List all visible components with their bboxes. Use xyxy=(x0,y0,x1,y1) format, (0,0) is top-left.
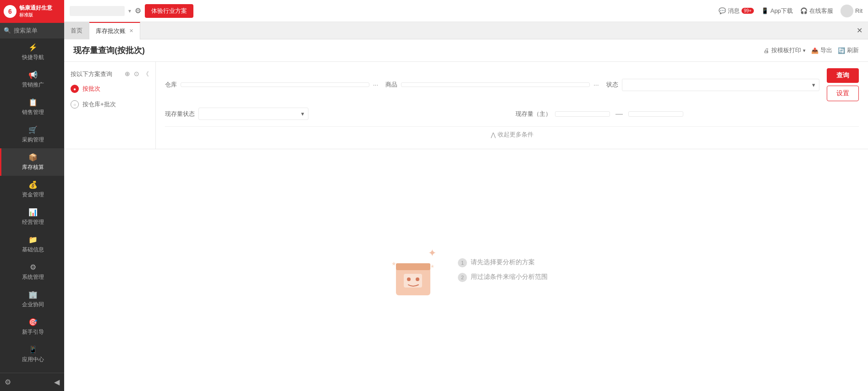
customer-service-label: 在线客服 xyxy=(809,7,833,15)
sidebar-label-sales: 销售管理 xyxy=(22,109,44,116)
sidebar-item-inventory[interactable]: 📦 库存核算 xyxy=(0,148,64,176)
refresh-icon: 🔄 xyxy=(838,47,845,54)
query-button[interactable]: 查询 xyxy=(827,68,859,83)
empty-state: ✦ ★ ★ 1 请先选择要分析的方案 2 用过滤条件来缩小分析范围 xyxy=(64,149,868,391)
sidebar-item-wechat[interactable]: 💬 企业微信 xyxy=(0,368,64,373)
nav-input[interactable] xyxy=(70,6,125,16)
filter-buttons: 查询 设置 xyxy=(827,68,859,101)
refresh-button[interactable]: 🔄 刷新 xyxy=(838,46,859,54)
inventory-status-label: 现存量状态 xyxy=(165,110,195,118)
nav-dropdown-icon[interactable]: ▾ xyxy=(128,8,131,14)
filter-row-1: 仓库 ··· 商品 ··· 状态 xyxy=(165,68,859,101)
status-label: 状态 xyxy=(606,81,618,89)
sidebar-icon-guide: 🎯 xyxy=(28,318,38,326)
topbar: ▾ ⚙ 体验行业方案 💬 消息 99+ 📱 App下载 🎧 在线客服 Rit xyxy=(64,0,868,22)
app-name: 畅康通好生意 xyxy=(19,5,52,12)
print-dropdown-icon[interactable]: ▾ xyxy=(803,48,806,54)
user-avatar[interactable]: Rit xyxy=(841,5,863,17)
sidebar-search[interactable]: 🔍 搜索菜单 xyxy=(0,23,64,38)
sidebar-item-purchase[interactable]: 🛒 采购管理 xyxy=(0,121,64,148)
sidebar-item-guide[interactable]: 🎯 新手引导 xyxy=(0,313,64,341)
tip-number-1: 1 xyxy=(458,258,467,267)
add-filter-icon[interactable]: ⊕ xyxy=(125,70,130,78)
product-label: 商品 xyxy=(385,81,397,89)
collapse-sidebar-icon[interactable]: 《 xyxy=(143,70,149,78)
page-header: 现存量查询(按批次) 🖨 按模板打印 ▾ 📤 导出 🔄 刷新 xyxy=(64,39,868,62)
inventory-qty-min-input[interactable] xyxy=(555,111,610,117)
sidebar-item-system[interactable]: ⚙ 系统管理 xyxy=(0,258,64,286)
sidebar-item-appstore[interactable]: 📱 应用中心 xyxy=(0,341,64,368)
sidebar-item-quick-nav[interactable]: ⚡ 快捷导航 xyxy=(0,38,64,66)
sidebar-label-operations: 经营管理 xyxy=(22,218,44,226)
filter-settings-icon[interactable]: ⊙ xyxy=(134,70,139,78)
svg-point-4 xyxy=(416,277,419,281)
svg-text:★: ★ xyxy=(430,264,434,269)
app-download-button[interactable]: 📱 App下载 xyxy=(761,7,793,15)
sidebar-icon-operations: 📊 xyxy=(28,208,38,217)
filter-option-by-warehouse-batch[interactable]: ○ 按仓库+批次 xyxy=(64,97,155,112)
tip-number-2: 2 xyxy=(458,273,467,282)
sidebar-label-inventory: 库存核算 xyxy=(22,163,44,171)
collapse-more-button[interactable]: ⋀ 收起更多条件 xyxy=(165,126,859,142)
app-download-label: App下载 xyxy=(770,7,793,15)
empty-tips: 1 请先选择要分析的方案 2 用过滤条件来缩小分析范围 xyxy=(458,258,548,282)
settings-icon[interactable]: ⚙ xyxy=(5,378,11,386)
inventory-qty-max-input[interactable] xyxy=(628,111,683,117)
sidebar-icon-quick-nav: ⚡ xyxy=(28,43,38,52)
filter-sidebar-actions: ⊕ ⊙ 《 xyxy=(125,70,149,78)
sidebar-item-marketing[interactable]: 📢 营销推广 xyxy=(0,66,64,93)
tab-batch-inventory[interactable]: 库存批次账 ✕ xyxy=(89,22,140,39)
settings-button[interactable]: 设置 xyxy=(827,86,859,101)
avatar xyxy=(841,5,853,17)
sidebar-label-finance: 资金管理 xyxy=(22,191,44,199)
product-input[interactable] xyxy=(401,82,590,87)
sidebar-item-operations[interactable]: 📊 经营管理 xyxy=(0,203,64,231)
filter-active-marker: ● xyxy=(73,87,76,92)
filter-group-inventory-status: 现存量状态 ▾ xyxy=(165,108,508,120)
sidebar-item-basic[interactable]: 📁 基础信息 xyxy=(0,231,64,258)
message-button[interactable]: 💬 消息 99+ xyxy=(719,7,754,15)
sidebar-icon-system: ⚙ xyxy=(30,263,36,272)
sidebar-item-sales[interactable]: 📋 销售管理 xyxy=(0,93,64,121)
inventory-status-select[interactable]: ▾ xyxy=(198,108,308,120)
sidebar-label-guide: 新手引导 xyxy=(22,328,44,336)
sidebar-item-finance[interactable]: 💰 资金管理 xyxy=(0,176,64,203)
filter-panel: 按以下方案查询 ⊕ ⊙ 《 ● 按批次 ○ xyxy=(64,62,868,149)
app-logo: 6 xyxy=(4,5,16,18)
collapse-up-icon: ⋀ xyxy=(491,131,496,138)
tab-close-icon[interactable]: ✕ xyxy=(129,28,133,34)
tip-text-1: 请先选择要分析的方案 xyxy=(471,258,535,266)
print-button[interactable]: 🖨 按模板打印 ▾ xyxy=(764,46,806,54)
filter-fields: 仓库 ··· 商品 ··· 状态 xyxy=(156,62,868,149)
warehouse-label: 仓库 xyxy=(165,81,177,89)
sidebar-label-appstore: 应用中心 xyxy=(22,356,44,364)
export-button[interactable]: 📤 导出 xyxy=(811,46,832,54)
main-content: ▾ ⚙ 体验行业方案 💬 消息 99+ 📱 App下载 🎧 在线客服 Rit xyxy=(64,0,868,391)
sidebar-item-enterprise[interactable]: 🏢 企业协同 xyxy=(0,286,64,313)
filter-option-by-batch[interactable]: ● 按批次 xyxy=(64,81,155,97)
topbar-settings-icon[interactable]: ⚙ xyxy=(135,6,141,15)
filter-row-2: 现存量状态 ▾ 现存量（主） — xyxy=(165,108,859,120)
sidebar: 6 畅康通好生意 标准版 🔍 搜索菜单 ⚡ 快捷导航 📢 营销推广 📋 销售管理… xyxy=(0,0,64,391)
sidebar-icon-finance: 💰 xyxy=(28,180,38,189)
tab-home-label: 首页 xyxy=(71,27,82,35)
sidebar-label-system: 系统管理 xyxy=(22,273,44,281)
customer-service-button[interactable]: 🎧 在线客服 xyxy=(800,7,833,15)
warehouse-more-icon[interactable]: ··· xyxy=(373,81,379,88)
sidebar-nav: ⚡ 快捷导航 📢 营销推广 📋 销售管理 🛒 采购管理 📦 库存核算 💰 资金管… xyxy=(0,38,64,373)
warehouse-input[interactable] xyxy=(181,82,369,87)
sidebar-label-purchase: 采购管理 xyxy=(22,136,44,144)
filter-option-active-icon: ● xyxy=(71,85,79,93)
status-select[interactable]: ▾ xyxy=(622,79,819,91)
tab-home[interactable]: 首页 xyxy=(64,22,89,39)
username: Rit xyxy=(855,7,863,14)
headset-icon: 🎧 xyxy=(800,7,808,14)
filter-secondary-marker: ○ xyxy=(73,102,76,107)
trial-button[interactable]: 体验行业方案 xyxy=(145,4,193,18)
sidebar-label-marketing: 营销推广 xyxy=(22,81,44,89)
collapse-more-label: 收起更多条件 xyxy=(498,130,533,139)
product-more-icon[interactable]: ··· xyxy=(593,81,599,88)
filter-by-warehouse-batch-label: 按仓库+批次 xyxy=(82,100,116,109)
close-panel-icon[interactable]: ✕ xyxy=(851,22,868,39)
toggle-sidebar-icon[interactable]: ◀ xyxy=(54,378,60,386)
